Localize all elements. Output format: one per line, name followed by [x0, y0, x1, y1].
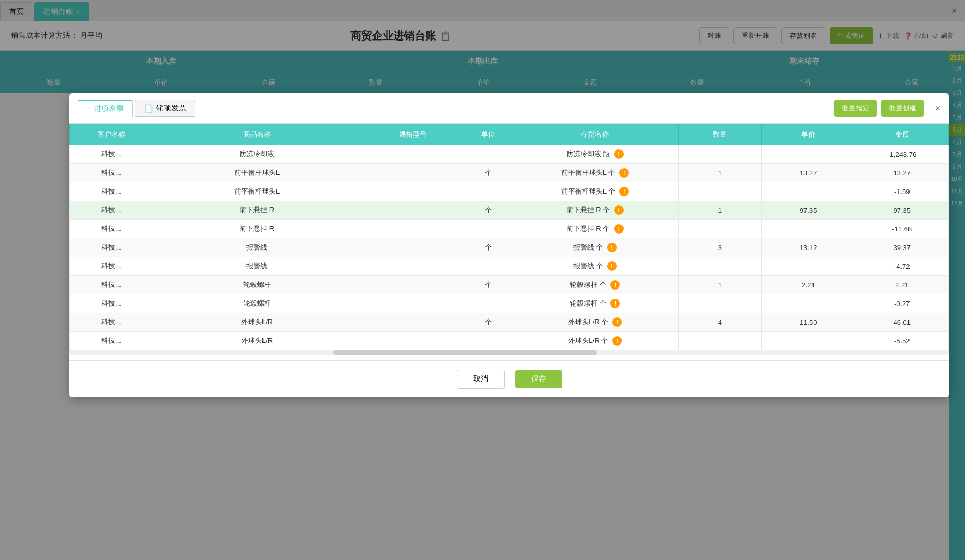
- cell-company: 科技...: [70, 294, 153, 313]
- modal-footer: 取消 保存: [69, 360, 949, 397]
- cell-qty: [678, 294, 761, 313]
- warning-icon: !: [607, 261, 617, 271]
- incoming-icon: ↑: [87, 105, 91, 113]
- cell-amount: 46.01: [855, 313, 949, 332]
- cell-unit: 个: [465, 276, 512, 294]
- save-button[interactable]: 保存: [515, 370, 562, 388]
- table-row: 科技... 前平衡杆球头L 前平衡杆球头L 个 ! -1.59: [70, 182, 949, 201]
- cell-qty: [678, 145, 761, 164]
- cell-product: 前下悬挂 R: [153, 220, 361, 238]
- cell-stock: 前平衡杆球头L 个 !: [512, 164, 678, 182]
- warning-icon: !: [614, 224, 624, 234]
- cell-product: 外球头L/R: [153, 332, 361, 350]
- table-row: 科技... 外球头L/R 外球头L/R 个 ! -5.52: [70, 332, 949, 350]
- cell-spec: [361, 294, 465, 313]
- cell-spec: [361, 201, 465, 220]
- cell-amount: 2.21: [855, 276, 949, 294]
- invoice-modal: ↑ 进项发票 📄 销项发票 批量指定 批量创建 × 客户名称 商品名称 规格型号: [69, 93, 949, 397]
- cell-product: 轮毂螺杆: [153, 276, 361, 294]
- cell-price: [761, 294, 855, 313]
- cell-stock: 外球头L/R 个 !: [512, 313, 678, 332]
- warning-icon: !: [614, 205, 624, 215]
- cell-amount: 97.35: [855, 201, 949, 220]
- modal-table-container[interactable]: 客户名称 商品名称 规格型号 单位 存货名称 数量 单价 金额 科技... 防冻…: [69, 124, 949, 355]
- cell-unit: [465, 257, 512, 276]
- cell-stock: 前下悬挂 R 个 !: [512, 201, 678, 220]
- th-stock: 存货名称: [512, 124, 678, 145]
- cell-product: 报警线: [153, 257, 361, 276]
- th-qty: 数量: [678, 124, 761, 145]
- cell-company: 科技...: [70, 332, 153, 350]
- cell-spec: [361, 313, 465, 332]
- cell-product: 外球头L/R: [153, 313, 361, 332]
- cell-stock: 报警线 个 !: [512, 257, 678, 276]
- warning-icon: !: [612, 336, 622, 346]
- cell-unit: [465, 220, 512, 238]
- modal-header: ↑ 进项发票 📄 销项发票 批量指定 批量创建 ×: [69, 93, 949, 124]
- cell-spec: [361, 276, 465, 294]
- table-row: 科技... 前下悬挂 R 前下悬挂 R 个 ! -11.68: [70, 220, 949, 238]
- table-row: 科技... 前下悬挂 R 个 前下悬挂 R 个 ! 1 97.35 97.35: [70, 201, 949, 220]
- tab-incoming-invoice[interactable]: ↑ 进项发票: [78, 100, 133, 117]
- cell-company: 科技...: [70, 182, 153, 201]
- cell-company: 科技...: [70, 257, 153, 276]
- cell-stock: 轮毂螺杆 个 !: [512, 276, 678, 294]
- th-product: 商品名称: [153, 124, 361, 145]
- cell-unit: 个: [465, 238, 512, 257]
- scrollbar-thumb[interactable]: [333, 350, 597, 355]
- table-row: 科技... 轮毂螺杆 个 轮毂螺杆 个 ! 1 2.21 2.21: [70, 276, 949, 294]
- cell-price: [761, 182, 855, 201]
- th-spec: 规格型号: [361, 124, 465, 145]
- batch-create-button[interactable]: 批量创建: [881, 100, 924, 117]
- horizontal-scrollbar[interactable]: [69, 350, 949, 355]
- cell-qty: 3: [678, 238, 761, 257]
- cell-price: [761, 220, 855, 238]
- cell-product: 防冻冷却液: [153, 145, 361, 164]
- cell-unit: 个: [465, 201, 512, 220]
- th-amount: 金额: [855, 124, 949, 145]
- cell-stock: 报警线 个 !: [512, 238, 678, 257]
- cell-product: 轮毂螺杆: [153, 294, 361, 313]
- cancel-button[interactable]: 取消: [457, 370, 505, 389]
- cell-company: 科技...: [70, 145, 153, 164]
- tab-outgoing-invoice[interactable]: 📄 销项发票: [135, 100, 195, 117]
- cell-price: 2.21: [761, 276, 855, 294]
- cell-qty: [678, 182, 761, 201]
- th-unit: 单位: [465, 124, 512, 145]
- cell-price: 97.35: [761, 201, 855, 220]
- table-row: 科技... 前平衡杆球头L 个 前平衡杆球头L 个 ! 1 13.27 13.2…: [70, 164, 949, 182]
- cell-product: 前平衡杆球头L: [153, 164, 361, 182]
- table-row: 科技... 轮毂螺杆 轮毂螺杆 个 ! -0.27: [70, 294, 949, 313]
- cell-amount: -11.68: [855, 220, 949, 238]
- cell-stock: 防冻冷却液 瓶 !: [512, 145, 678, 164]
- cell-qty: [678, 332, 761, 350]
- cell-unit: [465, 332, 512, 350]
- tab-incoming-label: 进项发票: [94, 104, 124, 114]
- batch-assign-button[interactable]: 批量指定: [834, 100, 877, 117]
- warning-icon: !: [610, 299, 620, 308]
- cell-amount: 39.37: [855, 238, 949, 257]
- tab-outgoing-label: 销项发票: [156, 103, 186, 113]
- cell-unit: [465, 145, 512, 164]
- modal-close-button[interactable]: ×: [935, 103, 940, 114]
- outgoing-icon: 📄: [144, 104, 153, 113]
- cell-qty: [678, 257, 761, 276]
- table-row: 科技... 防冻冷却液 防冻冷却液 瓶 ! -1,243.76: [70, 145, 949, 164]
- warning-icon: !: [619, 187, 629, 196]
- cell-qty: 1: [678, 164, 761, 182]
- cell-amount: -5.52: [855, 332, 949, 350]
- cell-product: 前平衡杆球头L: [153, 182, 361, 201]
- cell-unit: [465, 294, 512, 313]
- cell-price: 11.50: [761, 313, 855, 332]
- cell-price: [761, 332, 855, 350]
- warning-icon: !: [612, 317, 622, 327]
- modal-header-buttons: 批量指定 批量创建: [834, 100, 924, 117]
- modal-tabs: ↑ 进项发票 📄 销项发票: [78, 100, 195, 117]
- cell-unit: 个: [465, 164, 512, 182]
- cell-company: 科技...: [70, 201, 153, 220]
- table-row: 科技... 报警线 报警线 个 ! -4.72: [70, 257, 949, 276]
- cell-unit: [465, 182, 512, 201]
- cell-price: 13.12: [761, 238, 855, 257]
- cell-company: 科技...: [70, 220, 153, 238]
- cell-qty: 1: [678, 276, 761, 294]
